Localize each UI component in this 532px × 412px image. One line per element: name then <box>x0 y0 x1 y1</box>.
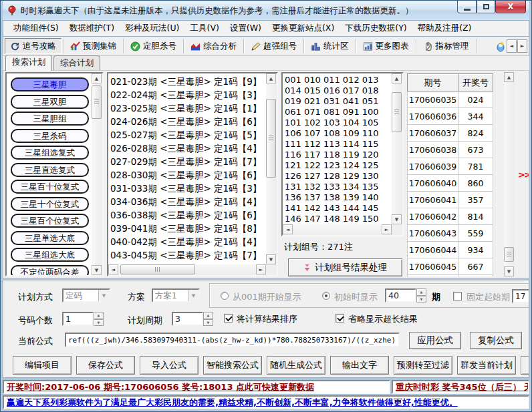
menu-item[interactable]: 工具(V) <box>186 21 224 36</box>
numbers-horizontal-scrollbar[interactable]: ◄ ► <box>283 224 392 235</box>
toolbar-button-super-group[interactable]: 超强组号 <box>245 38 302 54</box>
scroll-up-icon[interactable]: ▲ <box>92 73 102 83</box>
results-scrollbar[interactable]: ▲ ▼ <box>504 72 515 276</box>
plan-horizontal-scrollbar[interactable]: ◄ ► <box>108 264 266 275</box>
chevron-down-icon[interactable]: ▼ <box>188 290 198 301</box>
numbers-row[interactable]: 131 132 133 134 135 <box>285 182 392 192</box>
result-row[interactable]: 170606038 673 <box>408 142 493 158</box>
numbers-vertical-scrollbar[interactable]: ▲ ▼ <box>392 73 402 224</box>
toolbar-button-statistics[interactable]: 统计区 <box>305 38 354 54</box>
numbers-row[interactable]: 141 142 143 144 145 <box>285 203 392 214</box>
scroll-thumb[interactable] <box>120 264 195 274</box>
numbers-row[interactable]: 146 147 148 149 150 <box>285 214 392 224</box>
action-button[interactable]: 大 <box>521 356 529 375</box>
numbers-row[interactable]: 001 010 011 012 013 <box>285 75 392 85</box>
scroll-left-icon[interactable]: ◄ <box>108 264 118 274</box>
play-type-button[interactable]: 三星双胆 <box>11 95 89 109</box>
play-type-button[interactable]: 三星直选复式 <box>11 163 89 177</box>
scroll-left-icon[interactable]: ◄ <box>283 224 293 234</box>
scroll-thumb[interactable] <box>266 99 276 178</box>
plan-row[interactable]: 027-029期 <三星毒胆> 定1码【7】 <box>110 155 266 168</box>
tab-combined-plan[interactable]: 综合计划 <box>53 55 100 70</box>
result-row[interactable]: 170606044 934 <box>408 242 493 258</box>
numbers-row[interactable]: 136 137 138 139 140 <box>285 192 392 203</box>
action-button[interactable]: 预测转至过滤 <box>394 356 452 375</box>
action-button[interactable]: 保存公式 <box>76 356 135 375</box>
fixed-start-input[interactable] <box>512 289 529 303</box>
menu-item[interactable]: 功能组件(S) <box>9 21 63 36</box>
fixed-start-checkbox[interactable] <box>453 292 462 300</box>
result-row[interactable]: 170606045 667 <box>408 258 493 275</box>
plan-row[interactable]: 026-028期 <三星毒胆> 定1码【4】 <box>110 142 266 155</box>
result-row[interactable]: 170606041 357 <box>408 192 493 208</box>
action-button[interactable]: 导入公式 <box>140 356 198 375</box>
formula-input[interactable] <box>65 333 400 347</box>
numbers-row[interactable]: 116 117 118 119 120 <box>285 150 392 160</box>
play-type-button[interactable]: 不定位两码合差 <box>11 265 89 276</box>
toolbar-button-pick-kill[interactable]: 定胆杀号 <box>125 38 182 54</box>
result-row[interactable]: 170606036 344 <box>408 108 493 125</box>
scheme-combobox[interactable]: 方案1 ▼ <box>152 288 200 302</box>
result-row[interactable]: 170606046 110 <box>408 275 493 277</box>
action-button[interactable]: 随机生成公式 <box>267 356 325 375</box>
numbers-row[interactable]: 014 015 016 017 018 <box>285 85 392 96</box>
scroll-right-button[interactable]: ► <box>517 39 527 53</box>
numbers-row[interactable]: 111 112 113 114 115 <box>285 139 392 150</box>
numbers-row[interactable]: 101 102 103 104 105 <box>285 118 392 128</box>
spin-up-icon[interactable]: ▲ <box>203 312 213 319</box>
spin-up-icon[interactable]: ▲ <box>416 288 426 296</box>
scroll-up-icon[interactable]: ▲ <box>392 73 402 83</box>
play-type-button[interactable]: 三星十个位复式 <box>11 197 89 211</box>
numbers-row[interactable]: 121 122 123 124 125 <box>285 160 392 171</box>
scroll-up-icon[interactable]: ▲ <box>504 72 514 82</box>
menu-item[interactable]: 下载历史数据(Y) <box>340 21 411 36</box>
play-type-button[interactable]: 三星杀码 <box>11 129 89 143</box>
scroll-thumb[interactable] <box>504 247 514 262</box>
play-type-button[interactable]: 三星百十位复式 <box>11 180 89 194</box>
numbers-row[interactable]: 061 071 081 091 100 <box>285 107 392 118</box>
play-type-button[interactable]: 三星百个位复式 <box>11 214 89 228</box>
chevron-down-icon[interactable]: ▼ <box>98 290 109 301</box>
result-row[interactable]: 170606040 860 <box>408 175 493 192</box>
lottery-mode-label[interactable]: 重庆时时彩 奖号345位（后三） 无间隔 单选排列 <box>392 380 529 394</box>
plan-vertical-scrollbar[interactable]: ▲ ▼ <box>266 73 277 264</box>
result-row[interactable]: 170606043 559 <box>408 225 493 242</box>
result-row[interactable]: 170606035 024 <box>408 91 493 108</box>
messenger-icon[interactable] <box>495 40 506 52</box>
result-row[interactable]: 170606042 814 <box>408 208 493 225</box>
plan-row[interactable]: 036-038期 <三星毒胆> 定1码【6】 <box>110 208 266 222</box>
scroll-right-icon[interactable]: ► <box>256 264 266 274</box>
copy-formula-button[interactable]: 复制公式 <box>470 332 522 349</box>
action-button[interactable]: 智能搜索公式 <box>203 356 262 375</box>
plan-cycle-spinner[interactable]: ▲▼ <box>172 312 213 326</box>
plan-row[interactable]: 043-045期 <三星毒胆> 定1码【7】 <box>110 248 266 262</box>
scroll-down-icon[interactable]: ▼ <box>392 214 402 224</box>
tab-search-plan[interactable]: 搜索计划 <box>5 55 52 71</box>
process-results-button[interactable]: 计划组号结果处理 <box>288 258 402 276</box>
scroll-down-icon[interactable]: ▼ <box>266 254 276 264</box>
draw-update-link[interactable]: 开奖时间:2017-06-06 期号:170606056 奖号:18013 点此… <box>3 380 390 394</box>
plan-row[interactable]: 024-026期 <三星毒胆> 定1码【6】 <box>110 115 266 128</box>
scroll-right-icon[interactable]: ► <box>382 224 392 234</box>
plan-row[interactable]: 031-033期 <三星毒胆> 定1码【3】 <box>110 182 266 195</box>
play-type-button[interactable]: 三星组选大底 <box>11 248 89 262</box>
action-button[interactable]: 输出文字 <box>330 356 389 375</box>
toolbar-button-indicator-manage[interactable]: 指标管理 <box>418 38 475 54</box>
plan-cycle-input[interactable] <box>172 312 203 326</box>
scroll-thumb[interactable] <box>392 92 402 132</box>
action-button[interactable]: 编辑项目 <box>13 356 72 375</box>
radio-from-first-period[interactable] <box>221 292 229 300</box>
action-button[interactable]: 群发当前计划 <box>457 356 516 375</box>
numbers-row[interactable]: 106 107 108 109 110 <box>285 128 392 139</box>
menu-item[interactable]: 帮助及注册(Z) <box>413 21 477 36</box>
play-type-button[interactable]: 三星单选大底 <box>11 231 89 245</box>
result-row[interactable]: 170606037 824 <box>408 125 493 142</box>
spin-down-icon[interactable]: ▼ <box>94 319 104 327</box>
plan-row[interactable]: 021-023期 <三星毒胆> 定1码【9】 <box>110 75 266 88</box>
toolbar-button-more-charts[interactable]: 更多图表 <box>358 38 414 54</box>
column-header-period[interactable]: 期号 <box>408 74 458 91</box>
group-numbers-list[interactable]: 001 010 011 012 013014 015 016 017 01801… <box>283 73 392 224</box>
sidebar-scrollbar[interactable]: ▲ ▼ <box>92 73 102 275</box>
numbers-row[interactable]: 126 127 128 129 130 <box>285 171 392 182</box>
plan-row[interactable]: 023-025期 <三星毒胆> 定1码【1】 <box>110 101 266 115</box>
